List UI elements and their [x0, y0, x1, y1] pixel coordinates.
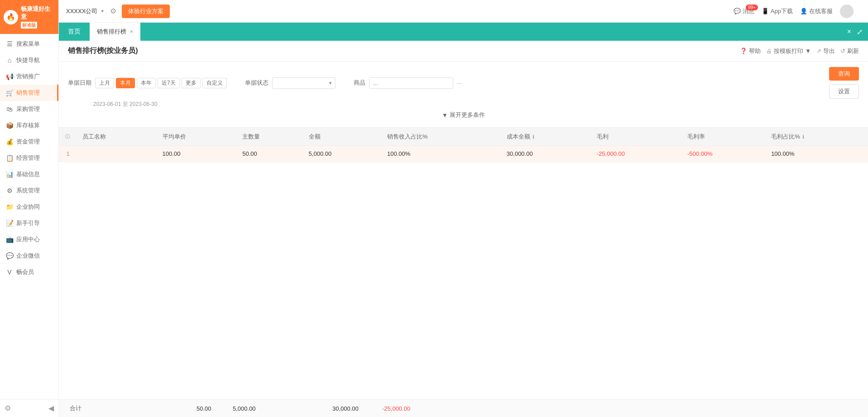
- cell-sales-pct: 100.00%: [382, 146, 501, 162]
- sidebar-label-1: 快捷导航: [16, 56, 40, 64]
- print-btn[interactable]: 🖨 按模板打印 ▼: [766, 47, 811, 55]
- print-icon: 🖨: [766, 48, 772, 54]
- sidebar-item-0[interactable]: ☰搜索菜单: [0, 36, 58, 52]
- date-label: 单据日期: [68, 79, 91, 87]
- tab-close-window-icon[interactable]: ×: [847, 28, 851, 36]
- topbar-settings-icon[interactable]: ⚙: [110, 7, 116, 15]
- sidebar-item-14[interactable]: V畅会员: [0, 264, 58, 280]
- sidebar-item-3[interactable]: 🛒销售管理: [0, 85, 58, 101]
- edition-badge: 标准版: [21, 22, 37, 29]
- cell-profit-pct: 100.00%: [766, 146, 868, 162]
- company-selector[interactable]: XXXXX公司 ▼: [66, 7, 105, 15]
- goods-more-icon[interactable]: ···: [457, 80, 462, 86]
- sidebar-item-4[interactable]: 🛍采购管理: [0, 101, 58, 117]
- sidebar-item-9[interactable]: ⚙系统管理: [0, 182, 58, 199]
- sidebar-item-7[interactable]: 📋经营管理: [0, 150, 58, 166]
- settings-footer-icon[interactable]: ⚙: [5, 404, 11, 412]
- sidebar-label-4: 采购管理: [16, 105, 40, 113]
- col-profit: 毛利: [591, 128, 682, 146]
- message-icon: 💬: [734, 8, 741, 14]
- page-title: 销售排行榜(按业务员): [68, 46, 138, 56]
- status-filter: 单据状态: [245, 77, 336, 89]
- tab-maximize-icon[interactable]: ⤢: [857, 28, 863, 36]
- col-qty: 主数量: [237, 128, 303, 146]
- sidebar-item-10[interactable]: 📁企业协同: [0, 199, 58, 215]
- settings-btn[interactable]: 设置: [829, 84, 859, 99]
- footer-qty: 50.00: [191, 405, 227, 412]
- expand-more-label: 展开更多条件: [450, 111, 485, 119]
- trial-btn[interactable]: 体验行业方案: [122, 5, 170, 18]
- sidebar-item-6[interactable]: 💰资金管理: [0, 134, 58, 150]
- topbar-right: 💬 消息 99+ 📱 App下载 👤 在线客服: [734, 5, 861, 18]
- sidebar-item-5[interactable]: 📦库存核算: [0, 117, 58, 134]
- sidebar-label-8: 基础信息: [16, 170, 40, 178]
- service-icon: 👤: [800, 8, 807, 14]
- user-avatar[interactable]: [840, 5, 854, 18]
- date-7days-btn[interactable]: 近7天: [158, 78, 180, 88]
- tab-home[interactable]: 首页: [59, 23, 90, 41]
- tab-close-icon[interactable]: ×: [130, 29, 133, 35]
- date-buttons: 上月 本月 本年 近7天 更多 自定义: [95, 78, 227, 88]
- date-range-text: 2023-06-01 至 2023-06-30: [93, 101, 157, 107]
- tab-sales-ranking[interactable]: 销售排行榜 ×: [90, 23, 140, 41]
- date-prev-btn[interactable]: 上月: [95, 78, 114, 88]
- sidebar-label-10: 企业协同: [16, 203, 40, 211]
- sidebar-nav: ☰搜索菜单⌂快捷导航📢营销推广🛒销售管理🛍采购管理📦库存核算💰资金管理📋经营管理…: [0, 34, 58, 399]
- sidebar-item-2[interactable]: 📢营销推广: [0, 68, 58, 85]
- help-icon: ❓: [740, 48, 747, 54]
- export-label: 导出: [823, 47, 835, 55]
- sidebar-logo: 🔥 畅康通好生意 标准版: [0, 0, 58, 34]
- app-icon: 📱: [762, 8, 769, 14]
- date-more-btn[interactable]: 更多: [182, 78, 201, 88]
- sidebar-item-8[interactable]: 📊基础信息: [0, 166, 58, 182]
- refresh-btn[interactable]: ↺ 刷新: [840, 47, 859, 55]
- sidebar-icon-13: 💬: [5, 252, 14, 260]
- cell-profit-rate: -500.00%: [682, 146, 766, 162]
- status-select[interactable]: [272, 77, 336, 89]
- sidebar-label-0: 搜索菜单: [16, 40, 40, 48]
- table-header-row: ⚙ 员工名称 平均单价 主数量 全额 销售收入占比% 成本全额 ℹ 毛利 毛利率…: [59, 128, 868, 146]
- cost-info-icon[interactable]: ℹ: [532, 134, 534, 139]
- filter-row-main: 单据日期 上月 本月 本年 近7天 更多 自定义 单据状态: [68, 67, 859, 99]
- sidebar-item-1[interactable]: ⌂快捷导航: [0, 52, 58, 68]
- goods-input[interactable]: [369, 77, 453, 89]
- status-label: 单据状态: [245, 79, 269, 87]
- date-year-btn[interactable]: 本年: [137, 78, 156, 88]
- profit-pct-info-icon[interactable]: ℹ: [802, 134, 804, 139]
- col-settings[interactable]: ⚙: [59, 128, 77, 146]
- col-avg-price: 平均单价: [157, 128, 237, 146]
- expand-down-icon: ▼: [442, 112, 448, 119]
- app-download-btn[interactable]: 📱 App下载: [762, 7, 793, 15]
- footer-amount: 5,000.00: [227, 405, 273, 412]
- sidebar-label-7: 经营管理: [16, 154, 40, 162]
- sidebar-label-12: 应用中心: [16, 235, 40, 244]
- cell-cost: 30,000.00: [501, 146, 591, 162]
- sidebar-item-11[interactable]: 📝新手引导: [0, 215, 58, 231]
- message-badge: 99+: [746, 5, 758, 10]
- sidebar-item-13[interactable]: 💬企业微信: [0, 248, 58, 264]
- export-btn[interactable]: ↗ 导出: [816, 47, 835, 55]
- status-select-wrap: [272, 77, 336, 89]
- expand-more-btn[interactable]: ▼ 展开更多条件: [68, 108, 859, 122]
- help-btn[interactable]: ❓ 帮助: [740, 47, 761, 55]
- date-current-btn[interactable]: 本月: [116, 78, 135, 88]
- sidebar-label-6: 资金管理: [16, 138, 40, 146]
- date-filter: 单据日期 上月 本月 本年 近7天 更多 自定义: [68, 78, 227, 88]
- cell-rank: 1: [59, 146, 77, 162]
- collapse-icon[interactable]: ◀: [48, 404, 54, 412]
- cell-profit: -25,000.00: [591, 146, 682, 162]
- date-custom-btn[interactable]: 自定义: [202, 78, 227, 88]
- cell-avg-price: 100.00: [157, 146, 237, 162]
- message-btn[interactable]: 💬 消息 99+: [734, 7, 754, 15]
- tab-sales-ranking-label: 销售排行榜: [97, 28, 126, 36]
- sidebar-item-12[interactable]: 📺应用中心: [0, 231, 58, 248]
- refresh-icon: ↺: [840, 48, 845, 54]
- sidebar-icon-3: 🛒: [5, 89, 14, 97]
- online-service-btn[interactable]: 👤 在线客服: [800, 7, 833, 15]
- refresh-label: 刷新: [847, 47, 859, 55]
- print-dropdown-icon: ▼: [805, 48, 811, 54]
- goods-filter: 商品 ···: [354, 77, 462, 89]
- tabbar: 首页 销售排行榜 × × ⤢: [59, 23, 868, 41]
- query-btn[interactable]: 查询: [829, 67, 859, 81]
- sidebar-label-14: 畅会员: [16, 268, 34, 276]
